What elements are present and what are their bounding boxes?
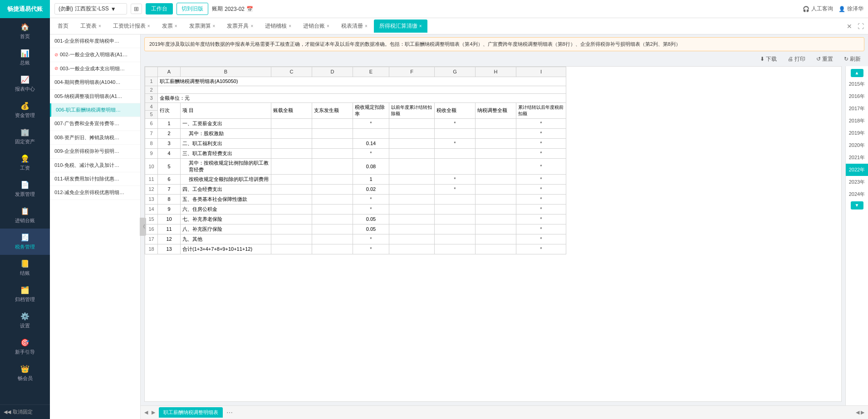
sidebar-item-salesledger[interactable]: 📋 进销台账 [0,202,50,229]
year-2023[interactable]: 2023年 [846,176,868,188]
sidebar-item-home[interactable]: 🏠 首页 [0,18,50,44]
tab-salary-report-label: 工资统计报表 [113,22,146,30]
calendar-icon[interactable]: 📅 [246,6,253,12]
left-item-003[interactable]: ⊘ 003-一般企业成本支出明细… [50,62,140,76]
service-btn[interactable]: 🎧 人工客询 [803,5,833,13]
c-2 [271,128,312,138]
sidebar-item-archive[interactable]: 🗂️ 归档管理 [0,281,50,307]
sidebar-item-invoice[interactable]: 📄 发票管理 [0,176,50,202]
f-1 [389,118,435,128]
error-icon-003: ⊘ [54,65,58,72]
user-menu[interactable]: 👤 徐泽华 [839,5,863,13]
tab-income-tax-label: 所得税汇算清缴 [379,22,417,30]
cancel-fixed-btn[interactable]: ◀◀ 取消固定 [0,405,50,419]
sheet-options-btn[interactable]: ⋯ [226,409,233,416]
tab-check[interactable]: 进销稽核 × [260,19,297,33]
tab-income-tax[interactable]: 所得税汇算清缴 × [374,19,427,33]
year-up-btn[interactable]: ▲ [851,69,863,77]
reset-btn[interactable]: ↺ 重置 [814,54,836,64]
sidebar-item-ledger[interactable]: 📊 总账 [0,44,50,71]
tab-tax-list[interactable]: 税表清册 × [336,19,373,33]
year-2024[interactable]: 2024年 [846,188,868,200]
panel-collapse-btn[interactable]: 《 [140,218,146,236]
year-nav-down: ▼ [846,200,868,210]
d-2 [312,128,353,138]
spreadsheet-container[interactable]: A B C D E F G H I [144,66,842,402]
sidebar-item-tax[interactable]: 🧾 税务管理 [0,229,50,255]
left-item-010[interactable]: 010-免税、减计收入及加计… [50,159,140,172]
maximize-btn[interactable]: ⛶ [856,22,866,31]
refresh-icon: ↻ [844,56,848,62]
tab-invoice-calc[interactable]: 发票测算 × [184,19,221,33]
tab-sales-ledger-close[interactable]: × [327,24,329,29]
tab-invoice-calc-close[interactable]: × [213,24,216,29]
left-item-009[interactable]: 009-企业所得税弥补亏损明… [50,145,140,158]
year-2015[interactable]: 2015年 [846,78,868,90]
tab-salary-report[interactable]: 工资统计报表 × [108,19,156,33]
sidebar-item-settings[interactable]: ⚙️ 设置 [0,307,50,334]
tab-tax-list-close[interactable]: × [365,24,368,29]
year-down-btn[interactable]: ▼ [851,201,863,210]
sheet-next-btn[interactable]: ▶ [152,409,155,415]
sheet-tab[interactable]: 职工薪酬纳税调整明细表 [159,407,223,418]
sheet-prev-btn[interactable]: ◀ [144,409,148,415]
left-item-005[interactable]: 005-纳税调整项目明细表(A1… [50,90,140,103]
sidebar-item-report[interactable]: 📈 报表中心 [0,71,50,97]
tab-salary-report-close[interactable]: × [147,24,150,29]
sidebar-item-settle[interactable]: 📒 结账 [0,255,50,281]
seq-10: 10 [158,214,181,224]
year-2022[interactable]: 2022年 [846,164,868,176]
tab-invoice-close[interactable]: × [175,24,177,29]
left-item-006[interactable]: 006-职工薪酬纳税调整明细… [50,103,140,117]
right-content: 2019年度涉及取以前年度结转数据的申报表单元格需要手工核查正确，才能保证本年及… [141,34,868,419]
year-2019[interactable]: 2019年 [846,127,868,139]
e-4: * [353,148,389,158]
sidebar-item-funds[interactable]: 💰 资金管理 [0,97,50,123]
left-item-004[interactable]: 004-期间费用明细表(A1040… [50,76,140,89]
sidebar-item-vip[interactable]: 👑 畅会员 [0,360,50,386]
print-btn[interactable]: 🖨 打印 [785,54,808,64]
tab-salary-close[interactable]: × [98,24,101,29]
tab-invoice-issue[interactable]: 发票开具 × [221,19,259,33]
tab-home[interactable]: 首页 [52,19,74,33]
year-2020[interactable]: 2020年 [846,139,868,151]
tab-income-tax-close[interactable]: × [419,24,422,29]
left-item-001[interactable]: 001-企业所得税年度纳税申… [50,34,140,48]
left-item-008[interactable]: 008-资产折旧、摊销及纳税… [50,131,140,145]
close-all-btn[interactable]: ✕ [845,22,854,31]
company-selector[interactable]: (勿删) 江西股宝-LSS ▼ [54,3,127,15]
seq-11: 11 [158,224,181,234]
i-13: * [516,244,566,254]
year-2017[interactable]: 2017年 [846,102,868,115]
sidebar-item-salary[interactable]: 👷 工资 [0,150,50,176]
left-item-002[interactable]: ⊘ 002-一般企业收入明细表(A1… [50,48,140,62]
copy-icon-btn[interactable]: ⊞ [131,4,142,14]
year-2018[interactable]: 2018年 [846,115,868,127]
tab-check-close[interactable]: × [289,24,291,29]
settings-icon: ⚙️ [20,312,29,321]
tab-invoice[interactable]: 发票 × [157,19,183,33]
workbench-btn[interactable]: 工作台 [146,3,173,15]
tab-salary[interactable]: 工资表 × [75,19,107,33]
tab-sales-ledger[interactable]: 进销台账 × [298,19,335,33]
sheet-scroll-right[interactable]: ◀ ▶ [856,409,864,415]
tab-invoice-issue-close[interactable]: × [250,24,253,29]
sidebar-item-assets[interactable]: 🏢 固定资产 [0,123,50,150]
rownum-9: 9 [145,148,158,158]
year-2016[interactable]: 2016年 [846,90,868,102]
sidebar-item-guide[interactable]: 🎯 新手引导 [0,334,50,360]
year-2021[interactable]: 2021年 [846,151,868,164]
dropdown-icon: ▼ [111,6,116,12]
download-btn[interactable]: ⬇ 下载 [757,54,780,64]
tab-tax-list-label: 税表清册 [341,22,363,30]
rownum-16: 16 [145,224,158,234]
switch-old-btn[interactable]: 切到旧版 [177,3,208,15]
left-item-007[interactable]: 007-广告费和业务宣传费等… [50,117,140,131]
col-taxrate-header: 税收规定扣除率 [353,102,389,118]
print-label: 打印 [794,55,805,63]
refresh-btn[interactable]: ↻ 刷新 [841,54,863,64]
left-item-012[interactable]: 012-减免企业所得税优惠明细… [50,186,140,200]
table-row: 16 11 八、补充医疗保险 0.05 * [145,224,566,234]
seq-1: 1 [158,118,181,128]
left-item-011[interactable]: 011-研发费用加计扣除优惠… [50,172,140,186]
